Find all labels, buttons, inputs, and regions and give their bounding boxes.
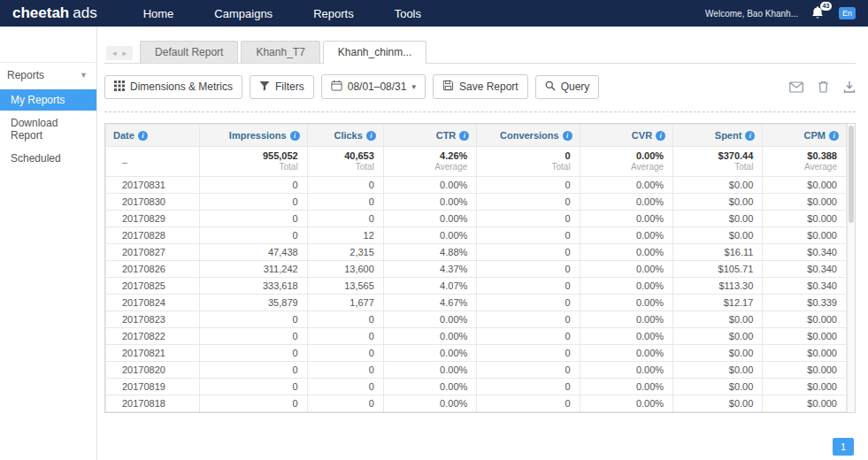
- column-header-impressions[interactable]: Impressionsi: [200, 125, 307, 147]
- tab-scroll-arrows[interactable]: ◂ ▸: [106, 46, 133, 60]
- navbar-right: Welcome, Bao Khanh... 43 En: [705, 5, 856, 21]
- dimensions-metrics-button[interactable]: Dimensions & Metrics: [104, 75, 242, 99]
- table-row[interactable]: 20170830000.00%00.00%$0.00$0.000: [106, 194, 847, 211]
- column-header-cvr[interactable]: CVRi: [580, 125, 672, 147]
- tab-khanh-t7[interactable]: Khanh_T7: [241, 41, 319, 63]
- value-cell: 0: [200, 362, 307, 379]
- table-row[interactable]: 20170818000.00%00.00%$0.00$0.000: [106, 395, 847, 412]
- save-report-button[interactable]: Save Report: [433, 74, 528, 99]
- table-row[interactable]: 20170826311,24213,6004.37%00.00%$105.71$…: [106, 261, 847, 278]
- sidebar-item-download-report[interactable]: Download Report: [0, 112, 96, 146]
- tab-scroll-right-icon[interactable]: ▸: [123, 49, 127, 58]
- date-cell: 20170830: [106, 194, 200, 211]
- table-row[interactable]: 201708280120.00%00.00%$0.00$0.000: [106, 227, 847, 244]
- trash-icon[interactable]: [818, 80, 829, 93]
- top-navbar: cheetahads Home Campaigns Reports Tools …: [0, 0, 868, 27]
- chevron-down-icon: ▼: [80, 71, 88, 80]
- table-row[interactable]: 20170820000.00%00.00%$0.00$0.000: [106, 362, 847, 379]
- value-cell: 0: [200, 395, 307, 412]
- sidebar-item-scheduled[interactable]: Scheduled: [0, 148, 96, 169]
- table-scrollbar[interactable]: [847, 124, 855, 412]
- value-cell: 4.07%: [383, 278, 476, 295]
- value-cell: $0.000: [763, 311, 847, 328]
- value-cell: 0.00%: [383, 328, 476, 345]
- tab-default-report[interactable]: Default Report: [140, 41, 238, 63]
- nav-item-tools[interactable]: Tools: [395, 7, 421, 20]
- table-row[interactable]: 20170819000.00%00.00%$0.00$0.000: [106, 379, 847, 395]
- table-row[interactable]: 20170829000.00%00.00%$0.00$0.000: [106, 211, 847, 227]
- toolbar-right-icons: [789, 80, 856, 93]
- sidebar-item-my-reports[interactable]: My Reports: [0, 89, 96, 111]
- report-tabs: ◂ ▸ Default Report Khanh_T7 Khanh_chinm.…: [104, 41, 856, 64]
- nav-item-home[interactable]: Home: [143, 7, 174, 20]
- filters-button[interactable]: Filters: [250, 75, 314, 99]
- date-cell: 20170820: [106, 362, 200, 379]
- nav-item-reports[interactable]: Reports: [313, 7, 354, 20]
- value-cell: $0.00: [673, 395, 763, 412]
- date-cell: 20170831: [106, 177, 200, 194]
- info-icon[interactable]: i: [366, 131, 376, 141]
- value-cell: 333,618: [200, 278, 307, 295]
- info-icon[interactable]: i: [829, 131, 839, 141]
- value-cell: 0: [307, 211, 383, 227]
- value-cell: 35,879: [200, 295, 307, 311]
- column-header-date[interactable]: Datei: [106, 125, 200, 147]
- info-icon[interactable]: i: [290, 131, 300, 141]
- sidebar-section-reports[interactable]: Reports ▼: [0, 62, 96, 88]
- value-cell: 0.00%: [383, 345, 476, 362]
- column-header-ctr[interactable]: CTRi: [383, 125, 476, 147]
- value-cell: $0.00: [673, 311, 763, 328]
- value-cell: 0.00%: [580, 395, 672, 412]
- table-scrollbar-thumb[interactable]: [849, 126, 854, 223]
- table-row[interactable]: 2017082435,8791,6774.67%00.00%$12.17$0.3…: [106, 295, 847, 311]
- query-button[interactable]: Query: [535, 75, 600, 99]
- value-cell: 0: [307, 395, 383, 412]
- info-icon[interactable]: i: [656, 131, 665, 141]
- column-header-spent[interactable]: Spenti: [673, 125, 763, 147]
- value-cell: 0.00%: [580, 328, 672, 345]
- page-layout: Reports ▼ My Reports Download Report Sch…: [0, 27, 868, 460]
- totals-cell: $0.388Average: [763, 147, 847, 177]
- value-cell: $0.000: [763, 395, 847, 412]
- language-selector[interactable]: En: [839, 7, 856, 19]
- nav-items: Home Campaigns Reports Tools: [143, 7, 421, 20]
- info-icon[interactable]: i: [563, 131, 572, 141]
- column-label: CPM: [804, 130, 826, 141]
- column-header-conversions[interactable]: Conversionsi: [477, 125, 580, 147]
- table-row[interactable]: 20170825333,61813,5654.07%00.00%$113.30$…: [106, 278, 847, 295]
- nav-item-campaigns[interactable]: Campaigns: [214, 7, 273, 20]
- totals-cell: $370.44Total: [673, 147, 763, 177]
- totals-row: –955,052Total40,653Total4.26%Average0Tot…: [106, 147, 847, 177]
- brand-logo[interactable]: cheetahads: [12, 4, 97, 22]
- welcome-text[interactable]: Welcome, Bao Khanh...: [705, 9, 798, 19]
- value-cell: $0.00: [673, 328, 763, 345]
- table-row[interactable]: 20170831000.00%00.00%$0.00$0.000: [106, 177, 847, 194]
- value-cell: 0: [307, 345, 383, 362]
- page-1-button[interactable]: 1: [833, 438, 854, 456]
- notifications-button[interactable]: 43: [810, 5, 826, 21]
- table-row[interactable]: 2017082747,4382,3154.88%00.00%$16.11$0.3…: [106, 244, 847, 261]
- date-cell: 20170823: [106, 311, 200, 328]
- tab-khanh-chinm[interactable]: Khanh_chinm...: [323, 41, 426, 64]
- column-header-clicks[interactable]: Clicksi: [307, 125, 383, 147]
- report-toolbar: Dimensions & Metrics Filters 08/01–08/31…: [104, 74, 856, 99]
- info-icon[interactable]: i: [745, 131, 755, 141]
- column-header-cpm[interactable]: CPMi: [763, 125, 847, 147]
- brand-light: ads: [73, 4, 96, 21]
- tab-scroll-left-icon[interactable]: ◂: [112, 49, 117, 58]
- dashed-separator: [104, 111, 856, 112]
- info-icon[interactable]: i: [459, 131, 469, 141]
- value-cell: 12: [307, 227, 383, 244]
- info-icon[interactable]: i: [138, 131, 148, 141]
- mail-icon[interactable]: [789, 81, 803, 93]
- search-icon: [545, 80, 556, 94]
- value-cell: 0.00%: [580, 211, 672, 227]
- download-icon[interactable]: [843, 80, 856, 93]
- value-cell: 0.00%: [580, 295, 672, 311]
- column-label: Impressions: [229, 130, 287, 141]
- table-row[interactable]: 20170823000.00%00.00%$0.00$0.000: [106, 311, 847, 328]
- table-row[interactable]: 20170821000.00%00.00%$0.00$0.000: [106, 345, 847, 362]
- date-range-button[interactable]: 08/01–08/31 ▾: [321, 74, 426, 99]
- table-row[interactable]: 20170822000.00%00.00%$0.00$0.000: [106, 328, 847, 345]
- totals-date-cell: –: [106, 147, 200, 177]
